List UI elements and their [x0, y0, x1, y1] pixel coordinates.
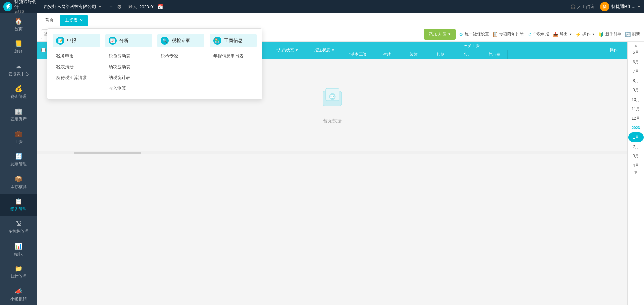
cal-month-5[interactable]: 5月 — [628, 48, 644, 57]
menu-item-income-calc[interactable]: 收入测算 — [105, 83, 152, 94]
tab-payroll-label: 工资表 — [65, 17, 78, 23]
sidebar-label-cloud: 云报表中心 — [8, 71, 29, 77]
cal-month-8[interactable]: 8月 — [628, 76, 644, 85]
operate-icon: ⚡ — [575, 32, 581, 37]
cal-month-3[interactable]: 3月 — [628, 151, 644, 161]
person-status-filter-icon[interactable]: ▼ — [295, 48, 298, 52]
expert-section-title: 税检专家 — [172, 38, 190, 44]
add-company-btn[interactable]: ＋ — [108, 3, 114, 10]
th-pension: 养老费 — [481, 50, 508, 59]
operate-btn[interactable]: ⚡ 操作 ▼ — [575, 31, 595, 37]
sidebar-label-assets: 固定资产 — [10, 116, 27, 122]
sidebar-item-funds[interactable]: 💰 资金管理 — [0, 81, 37, 104]
sidebar-item-invoice[interactable]: 🧾 发票管理 — [0, 149, 37, 171]
sidebar-item-home[interactable]: 🏠 首页 — [0, 13, 37, 36]
th-allowance: 津贴 — [373, 50, 400, 59]
sidebar-item-promo[interactable]: 📣 小畅报销 — [0, 283, 37, 305]
export-label: 导出 — [560, 31, 568, 37]
cal-month-12[interactable]: 12月 — [628, 114, 644, 123]
cal-month-6[interactable]: 6月 — [628, 57, 644, 67]
tab-close-icon[interactable]: ✕ — [80, 18, 83, 23]
refresh-btn[interactable]: 🔄 刷新 — [625, 31, 640, 37]
company-selector[interactable]: 西安虾米网络科技有限公司 ▼ — [40, 4, 105, 10]
th-report-status: 报送状态 ▼ — [306, 42, 343, 59]
headset-icon: 🎧 — [570, 4, 576, 9]
sidebar-item-tax[interactable]: 📋 税务管理 — [0, 194, 37, 216]
special-deduct-btn[interactable]: 📋 专项附加扣除 — [492, 31, 524, 37]
sidebar-item-multi[interactable]: 🏗 多机构管理 — [0, 216, 37, 238]
th-base-salary: *基本工资 — [343, 50, 373, 59]
tax-return-btn[interactable]: 🖨 个税申报 — [527, 31, 549, 37]
sidebar-label-invoice: 发票管理 — [10, 161, 27, 167]
menu-item-tax-pay-wave[interactable]: 纳税波动表 — [105, 62, 152, 72]
th-performance: 绩效 — [400, 50, 427, 59]
analysis-section-title: 分析 — [119, 38, 129, 44]
cal-month-7[interactable]: 7月 — [628, 67, 644, 76]
salary-group: 应发工资 *基本工资 津贴 绩效 扣款 合计 养老费 — [343, 42, 600, 59]
dropdown-header-declare: 📝 申报 — [53, 34, 100, 47]
declare-section-icon: 📝 — [56, 37, 64, 45]
salary-group-label: 应发工资 — [343, 42, 600, 50]
empty-text: 暂无数据 — [323, 118, 342, 124]
tab-home[interactable]: 首页 — [40, 15, 59, 26]
cal-month-10[interactable]: 10月 — [628, 95, 644, 104]
expert-section-icon: 🔍 — [161, 37, 169, 45]
calendar-up-arrow[interactable]: ▲ — [634, 43, 638, 48]
add-person-label: 添加人员 — [429, 31, 446, 37]
social-insurance-btn[interactable]: ⚙ 统一社保设置 — [459, 31, 489, 37]
sidebar-item-cloud[interactable]: ☁ 云报表中心 — [0, 59, 37, 81]
payroll-icon: 💼 — [15, 130, 22, 138]
menu-item-tax-table[interactable]: 税表清册 — [53, 62, 100, 72]
horizontal-scrollbar[interactable] — [37, 151, 627, 154]
cal-month-2[interactable]: 2月 — [628, 142, 644, 151]
menu-item-annual-report[interactable]: 年报信息申报表 — [210, 51, 257, 62]
menu-item-tax-stats[interactable]: 纳税统计表 — [105, 72, 152, 83]
menu-item-tax-wave[interactable]: 税负波动表 — [105, 51, 152, 62]
sidebar-item-ledger[interactable]: 📒 总账 — [0, 36, 37, 59]
add-person-button[interactable]: 添加人员 ▼ — [424, 29, 456, 40]
inventory-icon: 📦 — [15, 175, 22, 183]
tab-payroll[interactable]: 工资表 ✕ — [60, 15, 88, 26]
sidebar-item-close[interactable]: 📊 结账 — [0, 238, 37, 261]
menu-item-tax-expert[interactable]: 税检专家 — [157, 51, 204, 62]
cal-month-1[interactable]: 1月 — [628, 132, 644, 142]
sidebar-label-ledger: 总账 — [14, 49, 23, 54]
menu-item-tax-declare[interactable]: 税务申报 — [53, 51, 100, 62]
sidebar-label-inventory: 库存核算 — [10, 184, 27, 190]
header-actions: ＋ ⚙ — [108, 3, 122, 10]
sidebar-item-inventory[interactable]: 📦 库存核算 — [0, 171, 37, 194]
cal-month-11[interactable]: 11月 — [628, 104, 644, 114]
export-icon: 📤 — [553, 32, 558, 37]
cal-month-9[interactable]: 9月 — [628, 85, 644, 95]
svg-point-5 — [333, 96, 334, 97]
calendar-down-arrow[interactable]: ▼ — [634, 170, 638, 175]
support-button[interactable]: 🎧 人工咨询 — [570, 4, 595, 10]
company-dropdown-icon[interactable]: ▼ — [98, 5, 102, 9]
sidebar-label-funds: 资金管理 — [10, 94, 27, 100]
biz-section-icon: 🏪 — [213, 37, 221, 45]
cal-year-2023[interactable]: 2023 — [628, 123, 644, 132]
header-right: 🎧 人工咨询 畅 畅捷通B组... ▼ — [570, 2, 641, 11]
tax-icon: 📋 — [15, 198, 22, 205]
guide-btn[interactable]: 🔰 新手引导 — [598, 31, 621, 37]
multi-icon: 🏗 — [15, 220, 22, 227]
refresh-label: 刷新 — [632, 31, 640, 37]
calendar-icon[interactable]: 📅 — [157, 4, 163, 9]
select-all-checkbox[interactable] — [41, 48, 46, 52]
export-btn[interactable]: 📤 导出 ▼ — [553, 31, 572, 37]
archive-icon: 📁 — [15, 265, 22, 272]
report-status-filter-icon[interactable]: ▼ — [331, 48, 335, 52]
scroll-thumb[interactable] — [74, 152, 141, 154]
user-area[interactable]: 畅 畅捷通B组... ▼ — [600, 2, 641, 11]
settings-icon[interactable]: ⚙ — [117, 4, 122, 10]
top-header: 畅 畅捷通好会计 旗舰版 西安虾米网络科技有限公司 ▼ ＋ ⚙ 账期 2023-… — [0, 0, 644, 13]
sidebar-item-assets[interactable]: 🏢 固定资产 — [0, 104, 37, 126]
logo-area: 畅 畅捷通好会计 旗舰版 — [3, 0, 40, 14]
sidebar-label-promo: 小畅报销 — [10, 296, 27, 302]
cal-month-4[interactable]: 4月 — [628, 161, 644, 170]
tab-bar: 首页 工资表 ✕ — [37, 13, 644, 27]
sidebar-item-archive[interactable]: 📁 归档管理 — [0, 261, 37, 283]
sidebar-item-payroll[interactable]: 💼 工资 — [0, 126, 37, 149]
menu-item-income-clear[interactable]: 所得税汇算清缴 — [53, 72, 100, 83]
th-action: 操作 — [600, 42, 627, 59]
